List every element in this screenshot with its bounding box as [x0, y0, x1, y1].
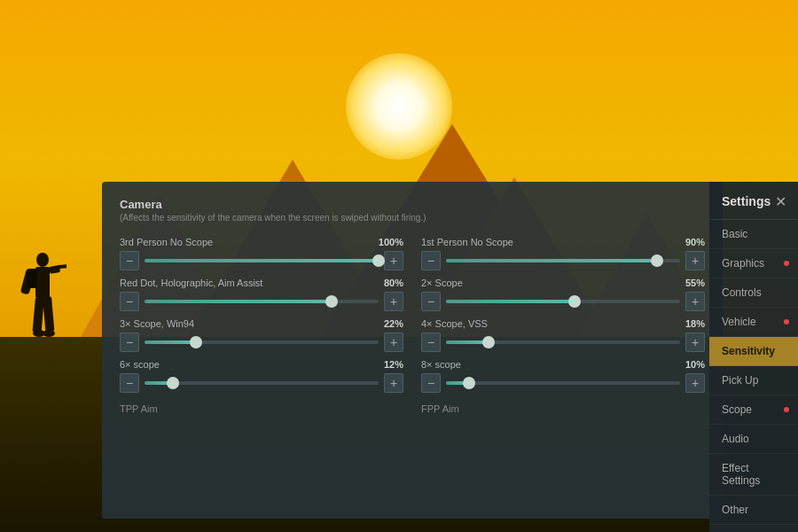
character-silhouette	[18, 253, 71, 359]
sidebar: Settings ✕ BasicGraphicsControlsVehicleS…	[709, 182, 798, 532]
slider-thumb[interactable]	[372, 254, 385, 267]
sidebar-title: Settings	[722, 194, 771, 208]
sidebar-item-label: Audio	[722, 433, 749, 445]
svg-rect-4	[58, 263, 66, 269]
panel-subtitle: (Affects the sensitivity of the camera w…	[120, 213, 705, 223]
slider-minus-button[interactable]: −	[120, 373, 139, 393]
slider-minus-button[interactable]: −	[421, 292, 441, 311]
svg-rect-5	[33, 297, 44, 333]
notification-dot	[784, 407, 789, 412]
slider-track[interactable]	[446, 340, 680, 344]
svg-rect-9	[27, 269, 37, 288]
notification-dot	[784, 319, 789, 325]
slider-label: 4× Scope, VSS	[421, 318, 488, 329]
slider-value: 90%	[685, 237, 705, 247]
slider-group-3rd-person-no-scope: 3rd Person No Scope100%−+	[120, 237, 403, 270]
sidebar-item-basic[interactable]: Basic	[709, 220, 798, 249]
slider-plus-button[interactable]: +	[384, 251, 403, 270]
sidebar-item-label: Controls	[722, 286, 762, 299]
slider-label: 2× Scope	[421, 278, 463, 288]
sidebar-item-graphics[interactable]: Graphics	[709, 249, 798, 278]
slider-label: 8× scope	[421, 359, 461, 370]
slider-track[interactable]	[145, 340, 379, 344]
slider-track[interactable]	[446, 259, 680, 262]
slider-value: 100%	[379, 237, 403, 247]
slider-plus-button[interactable]: +	[384, 292, 403, 311]
slider-thumb[interactable]	[190, 336, 202, 348]
slider-value: 12%	[384, 359, 403, 370]
sidebar-item-pick-up[interactable]: Pick Up	[709, 366, 798, 395]
slider-thumb[interactable]	[482, 336, 495, 348]
slider-fill	[446, 259, 657, 262]
slider-label: 1st Person No Scope	[421, 237, 513, 247]
slider-value: 10%	[685, 359, 705, 370]
sidebar-items-list: BasicGraphicsControlsVehicleSensitivityP…	[709, 220, 798, 532]
slider-track[interactable]	[145, 300, 379, 303]
sidebar-item-label: Graphics	[722, 257, 764, 270]
slider-value: 80%	[384, 278, 403, 288]
slider-track[interactable]	[145, 381, 379, 385]
sidebar-item-sensitivity[interactable]: Sensitivity	[709, 337, 798, 366]
sidebar-item-label: Vehicle	[722, 316, 756, 328]
slider-thumb[interactable]	[568, 295, 581, 308]
slider-minus-button[interactable]: −	[421, 251, 441, 270]
bottom-labels: TPP AimFPP Aim	[120, 402, 705, 414]
sidebar-item-scope[interactable]: Scope	[709, 395, 798, 425]
slider-plus-button[interactable]: +	[685, 292, 705, 311]
slider-fill	[145, 340, 196, 344]
slider-minus-button[interactable]: −	[120, 251, 139, 270]
sidebar-item-other[interactable]: Other	[709, 496, 798, 525]
slider-value: 55%	[685, 278, 705, 288]
slider-group-8--scope: 8× scope10%−+	[421, 359, 705, 393]
slider-value: 18%	[685, 318, 705, 329]
slider-plus-button[interactable]: +	[685, 373, 705, 393]
slider-minus-button[interactable]: −	[120, 332, 139, 352]
svg-point-8	[43, 330, 55, 337]
slider-fill	[145, 259, 379, 262]
sidebar-item-controls[interactable]: Controls	[709, 278, 798, 308]
sidebar-item-label: Other	[722, 504, 748, 516]
settings-panel: Camera (Affects the sensitivity of the c…	[102, 182, 723, 519]
slider-group-2--scope: 2× Scope55%−+	[421, 278, 705, 311]
sidebar-header: Settings ✕	[709, 182, 798, 220]
slider-group-4--scope--vss: 4× Scope, VSS18%−+	[421, 318, 705, 352]
bottom-label-fpp-aim: FPP Aim	[421, 402, 705, 414]
svg-rect-1	[35, 267, 50, 298]
slider-label: 6× scope	[120, 359, 160, 370]
sidebar-item-label: Scope	[722, 403, 752, 416]
svg-point-0	[36, 253, 49, 267]
sidebar-item-label: Sensitivity	[722, 345, 775, 357]
slider-fill	[446, 300, 575, 303]
sliders-grid: 3rd Person No Scope100%−+1st Person No S…	[120, 237, 705, 393]
sidebar-item-effect-settings[interactable]: Effect Settings	[709, 454, 798, 496]
slider-label: 3× Scope, Win94	[120, 318, 194, 329]
slider-thumb[interactable]	[463, 377, 475, 389]
slider-minus-button[interactable]: −	[120, 292, 139, 311]
slider-thumb[interactable]	[651, 254, 663, 267]
slider-group-red-dot--holographic--aim-assist: Red Dot, Holographic, Aim Assist80%−+	[120, 278, 403, 311]
slider-group-6--scope: 6× scope12%−+	[120, 359, 403, 393]
slider-plus-button[interactable]: +	[384, 373, 403, 393]
notification-dot	[784, 261, 789, 266]
slider-value: 22%	[384, 318, 403, 329]
slider-minus-button[interactable]: −	[421, 332, 441, 352]
slider-label: 3rd Person No Scope	[120, 237, 213, 247]
sidebar-item-vehicle[interactable]: Vehicle	[709, 308, 798, 337]
slider-thumb[interactable]	[167, 377, 179, 389]
slider-group-3--scope--win94: 3× Scope, Win9422%−+	[120, 318, 403, 352]
sidebar-item-label: Effect Settings	[722, 462, 789, 487]
slider-plus-button[interactable]: +	[685, 332, 705, 352]
close-button[interactable]: ✕	[771, 192, 789, 210]
slider-plus-button[interactable]: +	[384, 332, 403, 352]
slider-label: Red Dot, Holographic, Aim Assist	[120, 278, 262, 288]
slider-minus-button[interactable]: −	[421, 373, 441, 393]
svg-rect-6	[43, 296, 54, 332]
slider-track[interactable]	[145, 259, 379, 262]
slider-track[interactable]	[446, 300, 680, 303]
bottom-label-tpp-aim: TPP Aim	[120, 402, 403, 414]
slider-plus-button[interactable]: +	[685, 251, 705, 270]
slider-thumb[interactable]	[325, 295, 338, 308]
sidebar-item-audio[interactable]: Audio	[709, 425, 798, 454]
sidebar-item-label: Pick Up	[722, 374, 758, 387]
slider-track[interactable]	[446, 381, 680, 385]
